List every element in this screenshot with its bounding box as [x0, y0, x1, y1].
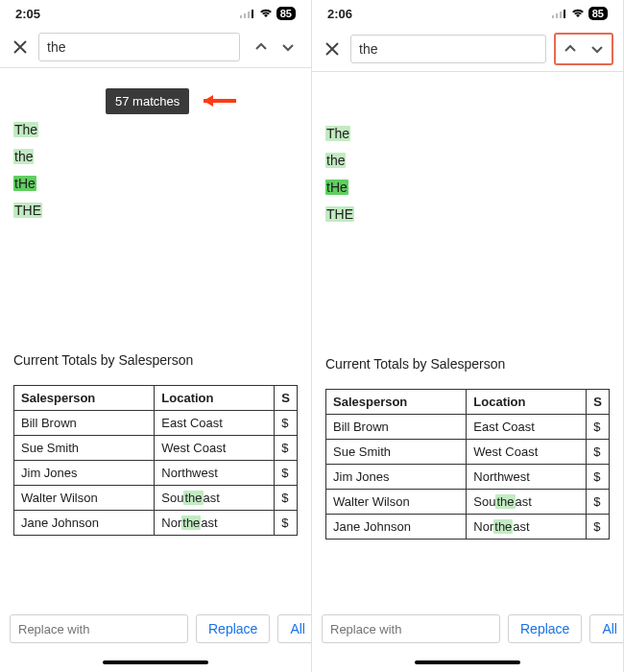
search-input[interactable]	[350, 35, 546, 63]
document-content: The the tHe THE Current Totals by Salesp…	[0, 68, 311, 551]
svg-rect-1	[244, 13, 246, 18]
replace-bar: Replace All	[0, 614, 311, 643]
text-line: the	[13, 149, 298, 164]
text-line: the	[325, 153, 610, 168]
next-match-button[interactable]	[584, 36, 611, 62]
screen-left: 2:05 85 57 matches The the tHe THE Cur	[0, 0, 312, 672]
table-row: Bill BrownEast Coast$	[14, 411, 298, 436]
text-line: tHe	[13, 176, 298, 191]
col-header: Salesperson	[14, 386, 155, 411]
replace-button[interactable]: Replace	[196, 614, 270, 643]
replace-input[interactable]	[10, 614, 188, 643]
replace-all-button[interactable]: All	[277, 614, 312, 643]
document-content: The the tHe THE Current Totals by Salesp…	[312, 72, 623, 555]
home-indicator	[415, 660, 520, 664]
text-line: The	[325, 126, 610, 141]
col-header: Location	[155, 386, 275, 411]
svg-rect-2	[248, 12, 250, 18]
status-indicators: 85	[240, 7, 296, 20]
table-row: Bill BrownEast Coast$	[326, 415, 610, 440]
replace-button[interactable]: Replace	[508, 614, 582, 643]
table-row: Walter WilsonSoutheast$	[326, 490, 610, 515]
table-row: Jane JohnsonNortheast$	[14, 511, 298, 536]
home-indicator	[103, 660, 208, 664]
svg-rect-6	[560, 12, 562, 18]
wifi-icon	[259, 9, 273, 18]
status-bar: 2:05 85	[0, 0, 311, 27]
table-row: Walter WilsonSoutheast$	[14, 486, 298, 511]
svg-rect-4	[552, 15, 554, 18]
prev-match-button[interactable]	[557, 36, 584, 62]
col-header: Salesperson	[326, 390, 467, 415]
sales-table: Salesperson Location S Bill BrownEast Co…	[13, 385, 298, 536]
nav-arrows	[248, 34, 301, 60]
close-icon[interactable]	[322, 38, 343, 60]
col-header: S	[275, 386, 298, 411]
table-row: Jim JonesNorthwest$	[14, 461, 298, 486]
replace-input[interactable]	[322, 614, 500, 643]
wifi-icon	[571, 9, 585, 18]
matches-toast: 57 matches	[106, 88, 189, 114]
svg-rect-0	[240, 15, 242, 18]
close-icon[interactable]	[10, 36, 31, 58]
table-row: Sue SmithWest Coast$	[14, 436, 298, 461]
text-line: THE	[13, 203, 298, 218]
table-header-row: Salesperson Location S	[326, 390, 610, 415]
svg-rect-7	[564, 10, 565, 18]
next-match-button[interactable]	[275, 34, 301, 60]
table-title: Current Totals by Salesperson	[325, 356, 610, 372]
table-row: Sue SmithWest Coast$	[326, 440, 610, 465]
find-bar	[312, 27, 623, 72]
table-row: Jim JonesNorthwest$	[326, 465, 610, 490]
status-bar: 2:06 85	[312, 0, 623, 27]
prev-match-button[interactable]	[248, 34, 275, 60]
table-header-row: Salesperson Location S	[14, 386, 298, 411]
text-line: THE	[325, 206, 610, 222]
status-time: 2:06	[327, 7, 352, 21]
screen-right: 2:06 85 The the tHe THE Current Totals b…	[312, 0, 624, 672]
find-bar	[0, 27, 311, 68]
status-time: 2:05	[15, 7, 40, 21]
status-indicators: 85	[552, 7, 608, 20]
signal-icon	[240, 9, 255, 18]
col-header: S	[587, 390, 610, 415]
annotation-arrow-icon	[202, 92, 240, 112]
replace-bar: Replace All	[312, 614, 623, 643]
table-row: Jane JohnsonNortheast$	[326, 515, 610, 540]
svg-rect-5	[556, 13, 558, 18]
table-title: Current Totals by Salesperson	[13, 352, 298, 368]
battery-icon: 85	[276, 7, 296, 20]
signal-icon	[552, 9, 567, 18]
svg-rect-3	[252, 10, 253, 18]
text-line: tHe	[325, 180, 610, 195]
col-header: Location	[467, 390, 587, 415]
nav-arrows	[554, 33, 613, 65]
text-line: The	[13, 122, 298, 137]
sales-table: Salesperson Location S Bill BrownEast Co…	[325, 389, 610, 540]
search-input[interactable]	[38, 33, 240, 61]
battery-icon: 85	[588, 7, 608, 20]
replace-all-button[interactable]: All	[589, 614, 624, 643]
